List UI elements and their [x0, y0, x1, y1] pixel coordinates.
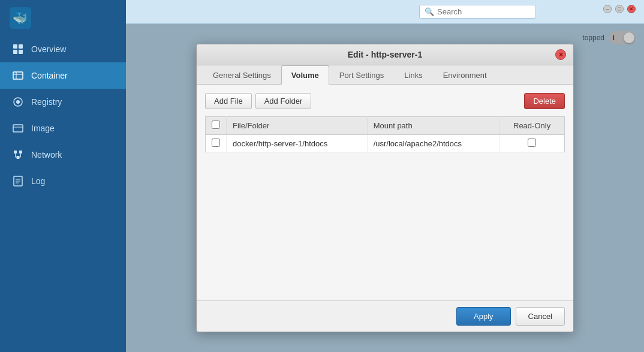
modal-footer: Apply Cancel: [197, 300, 573, 332]
col-header-mount-path: Mount path: [367, 117, 499, 135]
modal-overlay: Edit - http-server-1 ✕ General Settings …: [126, 24, 644, 352]
sidebar-item-label-registry: Registry: [31, 97, 62, 107]
row-checkbox[interactable]: [212, 139, 220, 147]
svg-text:🐳: 🐳: [13, 11, 28, 25]
sidebar-item-container[interactable]: Container: [0, 62, 126, 89]
add-file-button[interactable]: Add File: [205, 93, 252, 109]
apply-button[interactable]: Apply: [456, 307, 511, 326]
svg-rect-14: [19, 151, 22, 154]
modal-titlebar: Edit - http-server-1 ✕: [197, 44, 573, 65]
add-folder-button[interactable]: Add Folder: [255, 93, 312, 109]
sidebar-item-overview[interactable]: Overview: [0, 36, 126, 62]
row-read-only-checkbox[interactable]: [528, 139, 536, 147]
svg-rect-6: [13, 72, 23, 79]
overview-icon: [12, 43, 24, 55]
svg-rect-4: [13, 50, 17, 54]
window-controls: – □ ✕: [603, 5, 636, 13]
tab-volume[interactable]: Volume: [281, 65, 329, 85]
search-icon: 🔍: [425, 7, 434, 16]
search-box[interactable]: 🔍: [419, 5, 536, 19]
delete-button[interactable]: Delete: [524, 93, 565, 109]
volume-table: File/Folder Mount path Read-Only docker/…: [205, 116, 565, 153]
row-read-only-cell: [499, 135, 565, 153]
modal-close-button[interactable]: ✕: [555, 49, 566, 60]
sidebar-item-label-overview: Overview: [31, 44, 66, 54]
sidebar-item-network[interactable]: Network: [0, 142, 126, 168]
col-header-checkbox: [206, 117, 227, 135]
search-input[interactable]: [437, 7, 527, 16]
docker-logo-icon: 🐳: [10, 7, 31, 29]
close-button[interactable]: ✕: [627, 5, 636, 13]
minimize-button[interactable]: –: [603, 5, 612, 13]
tab-general-settings[interactable]: General Settings: [203, 65, 281, 85]
maximize-button[interactable]: □: [615, 5, 624, 13]
network-icon: [12, 149, 24, 161]
modal-title: Edit - http-server-1: [215, 50, 555, 59]
sidebar-item-label-container: Container: [31, 71, 68, 80]
svg-rect-11: [13, 125, 23, 132]
sidebar: 🐳 Overview Container: [0, 0, 126, 352]
col-header-read-only: Read-Only: [499, 117, 565, 135]
modal-tabs: General Settings Volume Port Settings Li…: [197, 65, 573, 85]
modal-toolbar: Add File Add Folder Delete: [205, 93, 565, 109]
svg-rect-13: [14, 151, 17, 154]
log-icon: [12, 175, 24, 187]
sidebar-item-label-log: Log: [31, 176, 45, 186]
sidebar-item-log[interactable]: Log: [0, 168, 126, 194]
container-icon: [12, 70, 24, 82]
row-file-folder: docker/http-server-1/htdocs: [227, 135, 368, 153]
tab-port-settings[interactable]: Port Settings: [329, 65, 394, 85]
sidebar-item-label-network: Network: [31, 150, 62, 160]
svg-point-10: [16, 100, 20, 104]
sidebar-item-registry[interactable]: Registry: [0, 89, 126, 115]
search-area: 🔍: [419, 5, 536, 19]
svg-rect-2: [13, 44, 17, 49]
row-checkbox-cell: [206, 135, 227, 153]
app-logo: 🐳: [0, 0, 126, 36]
tab-links[interactable]: Links: [394, 65, 432, 85]
cancel-button[interactable]: Cancel: [516, 307, 565, 326]
tab-environment[interactable]: Environment: [433, 65, 497, 85]
modal-dialog: Edit - http-server-1 ✕ General Settings …: [196, 44, 574, 332]
svg-rect-5: [19, 50, 23, 54]
col-header-file-folder: File/Folder: [227, 117, 368, 135]
topbar: 🔍 – □ ✕: [126, 0, 644, 24]
sidebar-item-image[interactable]: Image: [0, 115, 126, 142]
toolbar-left: Add File Add Folder: [205, 93, 311, 109]
row-mount-path: /usr/local/apache2/htdocs: [367, 135, 499, 153]
main-content: 🔍 – □ ✕ topped I Edit - http-server-1 ✕: [126, 0, 644, 352]
select-all-checkbox[interactable]: [212, 121, 220, 129]
sidebar-item-label-image: Image: [31, 124, 55, 133]
table-header-row: File/Folder Mount path Read-Only: [206, 117, 565, 135]
modal-body: Add File Add Folder Delete File/Folder M: [197, 85, 573, 300]
table-row: docker/http-server-1/htdocs /usr/local/a…: [206, 135, 565, 153]
image-icon: [12, 122, 24, 134]
svg-rect-3: [19, 44, 23, 49]
registry-icon: [12, 96, 24, 108]
